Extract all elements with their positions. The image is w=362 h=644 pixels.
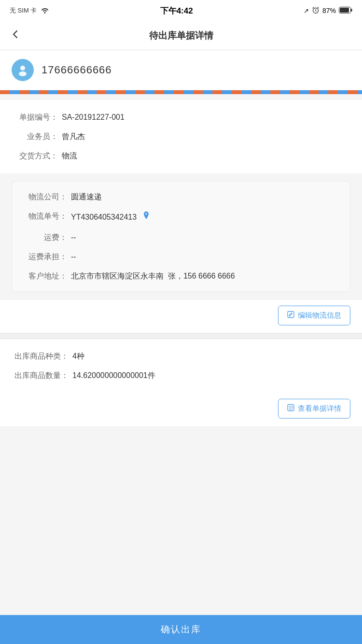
wifi-icon	[41, 7, 49, 15]
goods-types-label: 出库商品种类：	[14, 350, 69, 362]
svg-rect-6	[288, 311, 294, 318]
logistics-address-row: 客户地址： 北京市市辖区海淀区永丰南 张，156 6666 6666	[24, 270, 338, 282]
goods-quantity-row: 出库商品数量： 14.620000000000001件	[14, 370, 348, 381]
svg-point-5	[19, 71, 27, 76]
delivery-method-row: 交货方式： 物流	[14, 150, 348, 162]
goods-section: 出库商品种类： 4种 出库商品数量： 14.620000000000001件	[0, 339, 362, 393]
order-info-section: 单据编号： SA-20191227-001 业务员： 曾凡杰 交货方式： 物流	[0, 100, 362, 173]
order-number-label: 单据编号：	[14, 112, 58, 123]
view-btn-container: 查看单据详情	[0, 393, 362, 426]
svg-rect-3	[351, 9, 352, 12]
svg-rect-2	[340, 8, 349, 13]
list-icon	[287, 404, 295, 413]
battery-text: 87%	[322, 7, 336, 14]
svg-point-4	[20, 66, 25, 70]
logistics-card: 物流公司： 圆通速递 物流单号： YT43064053424​13 运费： --…	[12, 181, 350, 292]
confirm-btn-label: 确认出库	[161, 623, 201, 636]
logistics-freight-bearer-label: 运费承担：	[24, 251, 67, 263]
logistics-freight-value: --	[71, 232, 338, 243]
goods-types-row: 出库商品种类： 4种	[14, 350, 348, 362]
view-detail-label: 查看单据详情	[298, 404, 341, 413]
status-time: 下午4:42	[160, 5, 193, 16]
status-bar: 无 SIM 卡 下午4:42 ↗ 87%	[0, 0, 362, 21]
logistics-freight-bearer-value: --	[71, 251, 338, 263]
sales-person-value: 曾凡杰	[62, 131, 348, 142]
track-location-icon[interactable]	[141, 210, 151, 224]
sales-person-label: 业务员：	[14, 131, 58, 142]
sales-person-row: 业务员： 曾凡杰	[14, 131, 348, 142]
logistics-address-value: 北京市市辖区海淀区永丰南 张，156 6666 6666	[71, 270, 338, 282]
logistics-tracking-row: 物流单号： YT43064053424​13	[24, 210, 338, 224]
logistics-address-label: 客户地址：	[24, 270, 67, 282]
battery-icon	[339, 7, 352, 15]
user-header: 17666666666	[0, 50, 362, 90]
order-number-value: SA-20191227-001	[62, 112, 348, 123]
user-phone: 17666666666	[42, 64, 112, 76]
dashed-divider	[0, 90, 362, 94]
goods-quantity-label: 出库商品数量：	[14, 370, 69, 381]
order-number-row: 单据编号： SA-20191227-001	[14, 112, 348, 123]
page-title: 待出库单据详情	[149, 29, 213, 42]
avatar	[12, 59, 34, 81]
edit-btn-container: 编辑物流信息	[0, 300, 362, 333]
logistics-tracking-label: 物流单号：	[24, 210, 67, 222]
no-sim-icon: 无 SIM 卡	[10, 6, 37, 15]
nav-bar: 待出库单据详情	[0, 21, 362, 50]
status-left: 无 SIM 卡	[10, 6, 49, 15]
goods-types-value: 4种	[72, 350, 348, 362]
logistics-company-label: 物流公司：	[24, 191, 67, 203]
edit-logistics-button[interactable]: 编辑物流信息	[278, 306, 350, 325]
edit-logistics-label: 编辑物流信息	[298, 311, 341, 320]
goods-quantity-value: 14.620000000000001件	[72, 370, 348, 381]
alarm-icon	[312, 6, 320, 15]
view-detail-button[interactable]: 查看单据详情	[278, 399, 350, 419]
spacer	[0, 426, 362, 571]
logistics-freight-label: 运费：	[24, 232, 67, 243]
delivery-method-value: 物流	[62, 150, 348, 162]
location-arrow-icon: ↗	[304, 7, 309, 14]
logistics-tracking-value: YT43064053424​13	[71, 210, 338, 224]
logistics-freight-row: 运费： --	[24, 232, 338, 243]
logistics-freight-bearer-row: 运费承担： --	[24, 251, 338, 263]
back-button[interactable]	[10, 28, 21, 43]
confirm-button-bar[interactable]: 确认出库	[0, 615, 362, 644]
edit-icon	[287, 311, 295, 320]
delivery-method-label: 交货方式：	[14, 150, 58, 162]
status-right: ↗ 87%	[304, 6, 352, 15]
section-divider	[0, 333, 362, 339]
logistics-company-row: 物流公司： 圆通速递	[24, 191, 338, 203]
logistics-company-value: 圆通速递	[71, 191, 338, 203]
